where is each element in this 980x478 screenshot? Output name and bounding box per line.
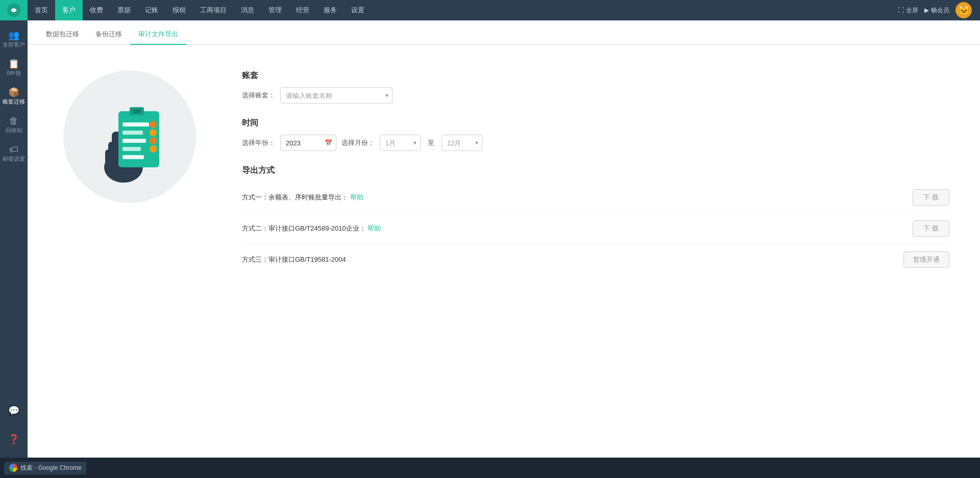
- month-start-select[interactable]: 1月2月3月4月 5月6月7月8月 9月10月11月12月: [380, 135, 421, 151]
- account-select[interactable]: 请输入账套名称: [280, 87, 393, 104]
- account-section: 账套 选择账套： 请输入账套名称: [242, 70, 949, 104]
- sidebar-label-clients: 全部客户: [3, 42, 25, 47]
- nav-right: ⛶ 全屏 ▶ 畅会员 🐱: [898, 2, 980, 18]
- account-select-row: 选择账套： 请输入账套名称: [242, 87, 949, 104]
- export-title: 导出方式: [242, 165, 949, 176]
- declare-icon: 📋: [8, 59, 19, 68]
- form-area: 账套 选择账套： 请输入账套名称 时间 选择年份：: [242, 65, 949, 275]
- vip-button[interactable]: ▶ 畅会员: [924, 6, 949, 15]
- export-method-1-text: 方式一：余额表、序时账批量导出： 帮助: [242, 193, 363, 202]
- svg-rect-11: [122, 147, 141, 151]
- illustration-svg: [84, 86, 176, 188]
- nav-client[interactable]: 客户: [55, 0, 83, 20]
- sidebar-label-migrate: 账套迁移: [3, 99, 25, 105]
- method2-help-link[interactable]: 帮助: [368, 224, 381, 232]
- nav-billing[interactable]: 收费: [83, 0, 110, 20]
- top-navigation: 首页 客户 收费 票据 记账 报税 工商项目 消息 管理 经营 服务 设置 ⛶ …: [0, 0, 980, 20]
- month-start-label: 选择月份：: [341, 138, 375, 147]
- time-row: 选择年份： 选择月份： 1月2月3月4月 5月6月7月8月 9月10月11月12…: [242, 135, 949, 151]
- svg-rect-6: [109, 160, 115, 171]
- svg-rect-10: [122, 139, 146, 143]
- sidebar-bottom: 💬 ❓: [0, 396, 28, 458]
- account-select-label: 选择账套：: [242, 91, 275, 100]
- year-label: 选择年份：: [242, 138, 275, 147]
- svg-point-16: [150, 145, 157, 153]
- svg-rect-9: [122, 131, 143, 135]
- help-icon: ❓: [8, 435, 19, 444]
- time-separator: 至: [426, 138, 436, 147]
- clients-icon: 👥: [8, 31, 19, 40]
- svg-rect-12: [122, 155, 144, 159]
- sidebar-item-all-clients[interactable]: 👥 全部客户: [0, 24, 28, 53]
- illustration-circle: [63, 70, 196, 203]
- page-body: 账套 选择账套： 请输入账套名称 时间 选择年份：: [28, 45, 980, 458]
- nav-invoice[interactable]: 票据: [110, 0, 138, 20]
- export-method-3-text: 方式三：审计接口GB/T19581-2004: [242, 255, 346, 264]
- taskbar-chrome-label: 线索 - Google Chrome: [20, 464, 81, 472]
- sidebar-item-chat[interactable]: 💬: [0, 396, 28, 425]
- nav-items: 首页 客户 收费 票据 记账 报税 工商项目 消息 管理 经营 服务 设置: [28, 0, 898, 20]
- logo[interactable]: [0, 0, 28, 20]
- nav-business2[interactable]: 经营: [289, 0, 316, 20]
- sidebar-item-help[interactable]: ❓: [0, 425, 28, 454]
- month-end-select[interactable]: 1月2月3月4月 5月6月7月8月 9月10月11月12月: [442, 135, 482, 151]
- chrome-icon: [9, 464, 17, 472]
- method3-prefix: 方式三：审计接口GB/T19581-2004: [242, 256, 346, 263]
- export-method-2: 方式二：审计接口GB/T24589-2010企业： 帮助 下 载: [242, 213, 949, 244]
- nav-manage[interactable]: 管理: [261, 0, 289, 20]
- sidebar-label-tag: 标签设置: [3, 156, 25, 162]
- sidebar-label-declare: 0申报: [7, 70, 21, 76]
- nav-service[interactable]: 服务: [316, 0, 344, 20]
- nav-accounting[interactable]: 记账: [138, 0, 165, 20]
- sidebar-item-migrate[interactable]: 📦 账套迁移: [0, 82, 28, 110]
- method1-download-button[interactable]: 下 载: [913, 189, 949, 206]
- fullscreen-label: 全屏: [906, 6, 918, 15]
- method1-help-link[interactable]: 帮助: [350, 193, 363, 201]
- export-section: 导出方式 方式一：余额表、序时账批量导出： 帮助 下 载 方式二：审计接口GB/…: [242, 165, 949, 275]
- sidebar-label-recycle: 回收站: [6, 128, 22, 133]
- vip-icon: ▶: [924, 7, 929, 14]
- time-section: 时间 选择年份： 选择月份： 1月2月3月4月 5月6月7月8月 9月10月11…: [242, 118, 949, 151]
- svg-point-14: [150, 129, 157, 136]
- nav-home[interactable]: 首页: [28, 0, 55, 20]
- export-method-1: 方式一：余额表、序时账批量导出： 帮助 下 载: [242, 182, 949, 213]
- nav-tax[interactable]: 报税: [165, 0, 193, 20]
- tab-backup-migrate[interactable]: 备份迁移: [87, 23, 130, 45]
- tab-audit-export[interactable]: 审计文件导出: [130, 23, 186, 45]
- svg-rect-8: [122, 122, 149, 127]
- migrate-icon: 📦: [8, 88, 19, 97]
- fullscreen-icon: ⛶: [898, 7, 904, 14]
- tab-data-migrate[interactable]: 数据包迁移: [38, 23, 87, 45]
- year-input[interactable]: [280, 135, 336, 151]
- vip-label: 畅会员: [931, 6, 949, 15]
- avatar[interactable]: 🐱: [955, 2, 972, 18]
- chat-icon: 💬: [8, 406, 19, 415]
- tag-icon: 🏷: [9, 145, 18, 154]
- method2-download-button[interactable]: 下 载: [913, 220, 949, 237]
- sidebar: 👥 全部客户 📋 0申报 📦 账套迁移 🗑 回收站 🏷 标签设置 💬 ❓: [0, 20, 28, 458]
- nav-message[interactable]: 消息: [234, 0, 261, 20]
- taskbar-chrome-item[interactable]: 线索 - Google Chrome: [4, 462, 86, 474]
- method3-coming-soon-button: 暂缓开通: [903, 251, 949, 268]
- export-method-2-text: 方式二：审计接口GB/T24589-2010企业： 帮助: [242, 224, 381, 233]
- nav-business[interactable]: 工商项目: [193, 0, 234, 20]
- account-title: 账套: [242, 70, 949, 81]
- method1-prefix: 方式一：余额表、序时账批量导出：: [242, 193, 348, 201]
- taskbar: 线索 - Google Chrome: [0, 458, 980, 478]
- method2-prefix: 方式二：审计接口GB/T24589-2010企业：: [242, 224, 366, 232]
- month-start-wrapper: 1月2月3月4月 5月6月7月8月 9月10月11月12月: [380, 135, 421, 151]
- month-end-wrapper: 1月2月3月4月 5月6月7月8月 9月10月11月12月: [442, 135, 482, 151]
- sidebar-item-zero-declare[interactable]: 📋 0申报: [0, 53, 28, 82]
- svg-rect-18: [133, 109, 141, 113]
- svg-point-15: [150, 137, 157, 144]
- main-layout: 👥 全部客户 📋 0申报 📦 账套迁移 🗑 回收站 🏷 标签设置 💬 ❓: [0, 20, 980, 458]
- content-area: 数据包迁移 备份迁移 审计文件导出: [28, 20, 980, 458]
- time-title: 时间: [242, 118, 949, 129]
- nav-settings[interactable]: 设置: [344, 0, 372, 20]
- year-input-wrapper: [280, 135, 336, 151]
- illustration-area: [58, 65, 201, 208]
- account-select-wrapper: 请输入账套名称: [280, 87, 393, 104]
- fullscreen-button[interactable]: ⛶ 全屏: [898, 6, 918, 15]
- sidebar-item-tag[interactable]: 🏷 标签设置: [0, 139, 28, 167]
- sidebar-item-recycle[interactable]: 🗑 回收站: [0, 110, 28, 139]
